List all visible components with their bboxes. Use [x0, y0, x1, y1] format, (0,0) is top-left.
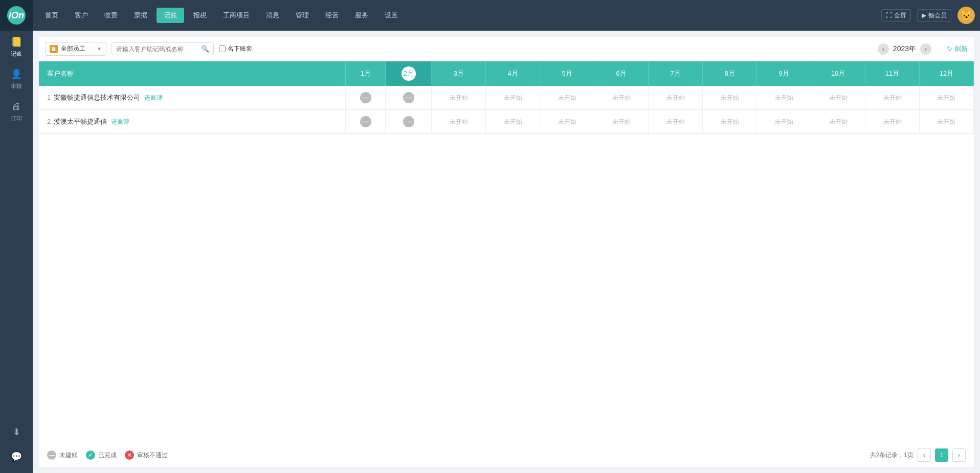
legend-rejected-label: 审核不通过	[137, 451, 168, 460]
legend-not-built: — 未建账	[47, 451, 78, 460]
customer-name: 漠澳太平畅捷通信	[54, 118, 107, 125]
nav-biz[interactable]: 工商项目	[216, 8, 257, 23]
th-aug: 8月	[703, 61, 757, 86]
download-icon: ⬇	[10, 426, 23, 438]
cell-month-0-3: 未开始	[486, 86, 540, 110]
year-prev-button[interactable]: ‹	[878, 43, 889, 55]
myaccount-label: 名下账套	[228, 44, 252, 53]
year-display: 2023年	[893, 44, 916, 54]
sidebar-item-print[interactable]: 🖨 打印	[0, 95, 33, 127]
footer: — 未建账 ✓ 已完成 ✕ 审核不通过 共2条记录，1页 ‹ 1	[39, 443, 974, 467]
filter-text: 全部员工	[61, 44, 94, 53]
filter-arrow-icon: ▼	[97, 46, 102, 52]
cell-month-1-0: —	[346, 110, 386, 134]
status-not-started: 未开始	[666, 118, 685, 125]
cell-month-1-10: 未开始	[865, 110, 920, 134]
row-num: 1	[47, 94, 51, 101]
status-not-started: 未开始	[612, 118, 631, 125]
status-dash-icon: —	[360, 116, 371, 127]
cell-month-0-7: 未开始	[703, 86, 757, 110]
avatar[interactable]: 🐱	[957, 7, 975, 24]
th-jan: 1月	[346, 61, 386, 86]
sidebar-item-audit[interactable]: 👤 审核	[0, 63, 33, 95]
status-not-started: 未开始	[450, 118, 468, 125]
page-1-button[interactable]: 1	[935, 448, 948, 462]
legend-green-icon: ✓	[86, 451, 95, 460]
table-row: 2漠澳太平畅捷通信进账簿——未开始未开始未开始未开始未开始未开始未开始未开始未开…	[39, 110, 974, 134]
legend-not-built-label: 未建账	[59, 451, 78, 460]
cell-month-0-1: —	[386, 86, 432, 110]
nav-settings[interactable]: 设置	[377, 8, 405, 23]
th-jul: 7月	[649, 61, 703, 86]
status-dash-icon: —	[403, 92, 414, 103]
status-not-started: 未开始	[883, 118, 902, 125]
status-not-started: 未开始	[829, 118, 848, 125]
page-next-button[interactable]: ›	[952, 448, 966, 462]
sidebar-item-download[interactable]: ⬇	[0, 421, 33, 443]
status-not-started: 未开始	[775, 94, 793, 101]
nav-fee[interactable]: 收费	[97, 8, 125, 23]
th-apr: 4月	[486, 61, 540, 86]
search-input[interactable]	[116, 46, 198, 53]
status-not-started: 未开始	[937, 118, 955, 125]
nav-service[interactable]: 服务	[348, 8, 375, 23]
legend-rejected: ✕ 审核不通过	[125, 451, 168, 460]
status-not-started: 未开始	[612, 94, 631, 101]
sidebar-item-audit-label: 审核	[11, 82, 22, 90]
nav-tax[interactable]: 报税	[186, 8, 214, 23]
cell-month-1-4: 未开始	[540, 110, 594, 134]
cell-month-1-1: —	[386, 110, 432, 134]
cell-month-0-4: 未开始	[540, 86, 594, 110]
status-not-started: 未开始	[450, 94, 468, 101]
th-sep: 9月	[757, 61, 811, 86]
cell-month-1-9: 未开始	[811, 110, 865, 134]
year-next-button[interactable]: ›	[920, 43, 931, 55]
nav-msg[interactable]: 消息	[259, 8, 286, 23]
cell-customer-0: 1安徽畅捷通信息技术有限公司进账簿	[39, 86, 346, 110]
myaccount-checkbox[interactable]	[219, 46, 226, 52]
cell-month-1-8: 未开始	[757, 110, 811, 134]
refresh-icon: ↻	[947, 45, 952, 53]
link-jinzhangbu[interactable]: 进账簿	[111, 118, 129, 125]
main-area: 首页 客户 收费 票据 记账 报税 工商项目 消息 管理 经营 服务 设置 ⛶ …	[33, 0, 980, 473]
status-not-started: 未开始	[721, 94, 739, 101]
cell-month-1-6: 未开始	[649, 110, 703, 134]
main-card: 📋 全部员工 ▼ 🔍 名下账套 ‹ 2023年 ›	[39, 37, 974, 467]
nav-mgmt[interactable]: 管理	[288, 8, 316, 23]
cell-month-0-10: 未开始	[865, 86, 920, 110]
fullscreen-icon: ⛶	[886, 12, 892, 19]
cell-month-1-7: 未开始	[703, 110, 757, 134]
logo-text: iOn	[9, 10, 24, 21]
th-dec: 12月	[919, 61, 973, 86]
status-not-started: 未开始	[775, 118, 793, 125]
cell-month-1-2: 未开始	[432, 110, 486, 134]
status-not-started: 未开始	[504, 94, 522, 101]
sidebar-logo: iOn	[0, 0, 33, 31]
legend-done-label: 已完成	[98, 451, 117, 460]
nav-home[interactable]: 首页	[38, 8, 65, 23]
sidebar-bottom: ⬇ 💬	[0, 421, 33, 473]
print-icon: 🖨	[10, 100, 23, 112]
vip-button[interactable]: ▶ 畅会员	[917, 9, 951, 22]
filter-icon: 📋	[50, 45, 58, 53]
cell-month-0-8: 未开始	[757, 86, 811, 110]
sidebar-item-chat[interactable]: 💬	[0, 445, 33, 468]
month-highlight-badge: 2月	[402, 66, 416, 81]
status-not-started: 未开始	[937, 94, 955, 101]
fullscreen-button[interactable]: ⛶ 全屏	[881, 9, 911, 22]
table-wrap: 客户名称 1月 2月 3月 4月 5月 6月 7月 8月	[39, 61, 974, 443]
employee-filter[interactable]: 📋 全部员工 ▼	[45, 42, 106, 56]
nav-customer[interactable]: 客户	[68, 8, 95, 23]
top-nav: 首页 客户 收费 票据 记账 报税 工商项目 消息 管理 经营 服务 设置 ⛶ …	[33, 0, 980, 31]
table-row: 1安徽畅捷通信息技术有限公司进账簿——未开始未开始未开始未开始未开始未开始未开始…	[39, 86, 974, 110]
nav-ops[interactable]: 经营	[318, 8, 346, 23]
link-jinzhangbu[interactable]: 进账簿	[144, 94, 163, 101]
cell-month-1-3: 未开始	[486, 110, 540, 134]
myaccount-checkbox-wrap[interactable]: 名下账套	[219, 44, 252, 53]
nav-invoice[interactable]: 票据	[127, 8, 154, 23]
sidebar-item-bookkeeping[interactable]: 📒 记账	[0, 31, 33, 63]
search-icon[interactable]: 🔍	[201, 45, 209, 53]
page-prev-button[interactable]: ‹	[918, 448, 931, 462]
nav-bookkeeping[interactable]: 记账	[157, 8, 184, 23]
refresh-button[interactable]: ↻ 刷新	[947, 44, 968, 54]
